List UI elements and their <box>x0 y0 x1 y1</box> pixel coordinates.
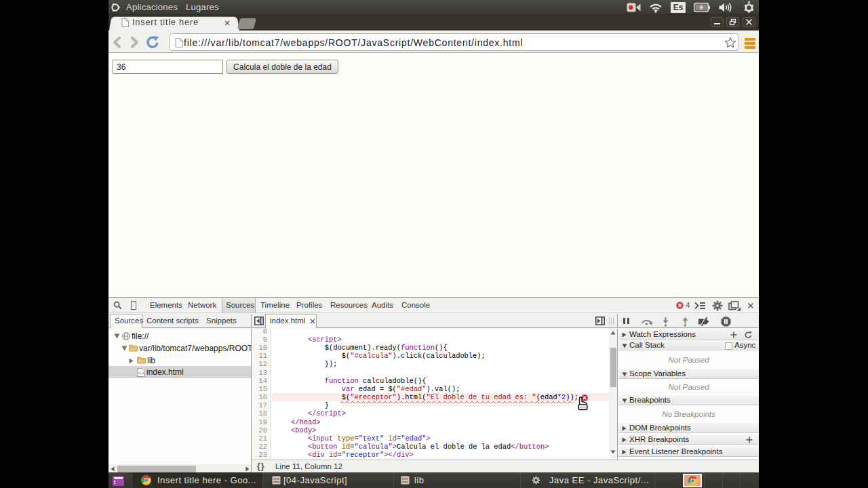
svg-text:<>: <> <box>138 371 144 376</box>
